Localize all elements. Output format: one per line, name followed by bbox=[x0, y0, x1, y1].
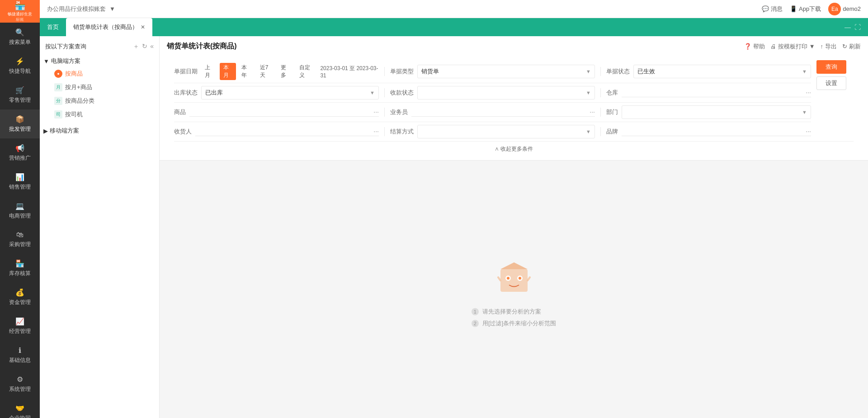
brand-dots-btn[interactable]: ··· bbox=[806, 128, 811, 135]
product-dots-btn[interactable]: ··· bbox=[373, 108, 379, 115]
tip-num-2: 2 bbox=[472, 320, 479, 327]
operation-icon: 📈 bbox=[15, 317, 24, 326]
svg-point-5 bbox=[519, 277, 521, 280]
sidebar-item-retail[interactable]: 🛒 零售管理 bbox=[0, 81, 40, 109]
warehouse-dots-btn[interactable]: ··· bbox=[806, 89, 811, 96]
sidebar-item-wholesale[interactable]: 📦 批发管理 bbox=[0, 109, 40, 138]
sidebar-item-ecommerce[interactable]: 💻 电商管理 bbox=[0, 196, 40, 225]
expand-icon: ▼ bbox=[43, 58, 49, 65]
scheme-group-pc-header[interactable]: ▼ 电脑端方案 bbox=[40, 55, 159, 67]
scheme-group-mobile-header[interactable]: ▶ 移动端方案 bbox=[40, 125, 159, 137]
dept-select[interactable]: ▼ bbox=[622, 105, 811, 119]
app-download-btn[interactable]: 📱 App下载 bbox=[790, 5, 821, 13]
doc-status-label: 单据状态 bbox=[606, 67, 633, 76]
date-tab-this-month[interactable]: 本月 bbox=[220, 63, 236, 80]
recipient-dots-btn[interactable]: ··· bbox=[373, 128, 379, 135]
date-tab-last-month[interactable]: 上月 bbox=[201, 63, 218, 80]
settlement-filter-field: 结算方式 ▼ bbox=[390, 125, 595, 138]
topbar-left: 办公用品行业模拟账套 ▼ bbox=[47, 5, 115, 13]
template-print-label: 按模板打印 bbox=[778, 43, 807, 51]
refresh-btn[interactable]: ↻ 刷新 bbox=[842, 43, 861, 51]
sidebar-item-sales-mgmt[interactable]: 📊 销售管理 bbox=[0, 167, 40, 196]
export-btn[interactable]: ↑ 导出 bbox=[821, 43, 837, 51]
left-panel-actions: ＋ ↻ « bbox=[133, 43, 154, 51]
refresh-scheme-btn[interactable]: ↻ bbox=[142, 43, 147, 51]
by-category-icon: 分 bbox=[54, 97, 62, 105]
out-status-label: 出库状态 bbox=[174, 89, 201, 97]
sidebar-item-basic-info[interactable]: ℹ 基础信息 bbox=[0, 341, 40, 370]
out-status-select[interactable]: 已出库 ▼ bbox=[201, 86, 379, 100]
page-header: 销货单统计表(按商品) ❓ 帮助 🖨 按模板打印 ▼ ↑ bbox=[160, 36, 868, 161]
collapse-panel-btn[interactable]: « bbox=[150, 43, 154, 51]
date-tab-7-days[interactable]: 近7天 bbox=[256, 63, 275, 80]
add-scheme-btn[interactable]: ＋ bbox=[133, 43, 139, 51]
sidebar-item-marketing[interactable]: 📢 营销推广 bbox=[0, 138, 40, 167]
scheme-item-by-product[interactable]: ● 按商品 bbox=[40, 67, 159, 81]
sidebar-item-purchase[interactable]: 🛍 采购管理 bbox=[0, 225, 40, 254]
sidebar-item-inventory[interactable]: 🏪 库存核算 bbox=[0, 254, 40, 283]
logo-icon: 🏪 bbox=[14, 0, 26, 11]
empty-tip-1: 1 请先选择要分析的方案 bbox=[472, 308, 556, 316]
date-tabs: 上月 本月 本年 近7天 更多 自定义 bbox=[201, 63, 316, 80]
sidebar-item-operation[interactable]: 📈 经营管理 bbox=[0, 312, 40, 341]
quick-nav-icon: ⚡ bbox=[15, 57, 24, 66]
scheme-item-by-category[interactable]: 分 按商品分类 bbox=[40, 94, 159, 108]
product-label: 商品 bbox=[174, 108, 189, 116]
divider1 bbox=[384, 67, 385, 76]
brand-filter-field: 品牌 ··· bbox=[606, 128, 811, 136]
doc-status-select[interactable]: 已生效 ▼ bbox=[633, 65, 811, 78]
export-icon: ↑ bbox=[821, 43, 824, 50]
date-tab-this-year[interactable]: 本年 bbox=[238, 63, 255, 80]
scheme-section-pc: ▼ 电脑端方案 ● 按商品 月 按月+商品 分 按商品分类 司 按司机 bbox=[40, 53, 159, 123]
collapse-more-btn[interactable]: ∧ 收起更多条件 bbox=[174, 141, 854, 157]
tab-close-icon[interactable]: ✕ bbox=[141, 24, 145, 30]
search-menu-icon: 🔍 bbox=[15, 28, 24, 37]
template-print-btn[interactable]: 🖨 按模板打印 ▼ bbox=[770, 43, 815, 51]
settlement-select[interactable]: ▼ bbox=[417, 125, 595, 138]
help-btn[interactable]: ❓ 帮助 bbox=[744, 43, 765, 51]
sidebar-item-finance[interactable]: 💰 资金管理 bbox=[0, 283, 40, 312]
sidebar-item-label: 营销推广 bbox=[9, 154, 31, 162]
sidebar-item-system[interactable]: ⚙ 系统管理 bbox=[0, 370, 40, 399]
right-panel: 销货单统计表(按商品) ❓ 帮助 🖨 按模板打印 ▼ ↑ bbox=[160, 36, 868, 418]
sidebar-item-label: 企业协同 bbox=[9, 414, 31, 418]
tab-home[interactable]: 首页 bbox=[40, 18, 66, 36]
maximize-icon[interactable]: ⛶ bbox=[854, 24, 861, 31]
collect-status-filter-field: 收款状态 ▼ bbox=[390, 86, 595, 100]
collect-status-select[interactable]: ▼ bbox=[417, 86, 595, 100]
date-tab-custom[interactable]: 自定义 bbox=[296, 63, 317, 80]
page-title: 销货单统计表(按商品) bbox=[167, 42, 237, 51]
finance-icon: 💰 bbox=[15, 288, 24, 297]
query-button[interactable]: 查询 bbox=[816, 60, 846, 74]
user-menu[interactable]: Ea demo2 bbox=[828, 3, 861, 15]
divider7 bbox=[384, 127, 385, 136]
tip-text-2: 用[过滤]条件来缩小分析范围 bbox=[482, 319, 556, 328]
app-download-icon: 📱 bbox=[790, 5, 797, 12]
doc-type-select[interactable]: 销货单 ▼ bbox=[417, 65, 595, 78]
date-tab-more[interactable]: 更多 bbox=[277, 63, 294, 80]
scheme-section-mobile: ▶ 移动端方案 bbox=[40, 123, 159, 138]
sidebar-item-cooperation[interactable]: 🤝 企业协同 bbox=[0, 399, 40, 418]
settings-button[interactable]: 设置 bbox=[816, 76, 846, 90]
scheme-item-by-month-product[interactable]: 月 按月+商品 bbox=[40, 81, 159, 94]
recipient-filter-field: 收货人 ··· bbox=[174, 128, 379, 136]
minimize-icon[interactable]: — bbox=[844, 24, 851, 31]
tab-sales-stat[interactable]: 销货单统计表（按商品） ✕ bbox=[66, 18, 152, 36]
tip-text-1: 请先选择要分析的方案 bbox=[482, 308, 541, 316]
app-download-label: App下载 bbox=[799, 5, 821, 13]
message-btn[interactable]: 💬 消息 bbox=[762, 5, 783, 13]
scheme-item-by-driver[interactable]: 司 按司机 bbox=[40, 108, 159, 121]
industry-dropdown-icon[interactable]: ▼ bbox=[109, 5, 115, 12]
topbar: 办公用品行业模拟账套 ▼ 💬 消息 📱 App下载 Ea demo2 bbox=[40, 0, 868, 18]
system-icon: ⚙ bbox=[17, 375, 23, 384]
sidebar-item-search-menu[interactable]: 🔍 搜索菜单 bbox=[0, 23, 40, 52]
salesperson-dots-btn[interactable]: ··· bbox=[590, 108, 595, 115]
sidebar-item-quick-nav[interactable]: ⚡ 快捷导航 bbox=[0, 52, 40, 81]
divider8 bbox=[600, 127, 601, 136]
date-range: 2023-03-01 至 2023-03-31 bbox=[320, 65, 379, 79]
inventory-icon: 🏪 bbox=[15, 259, 24, 268]
message-icon: 💬 bbox=[762, 5, 769, 12]
sidebar-item-label: 电商管理 bbox=[9, 212, 31, 220]
sidebar-item-label: 销售管理 bbox=[9, 183, 31, 191]
sidebar-item-label: 零售管理 bbox=[9, 96, 31, 104]
